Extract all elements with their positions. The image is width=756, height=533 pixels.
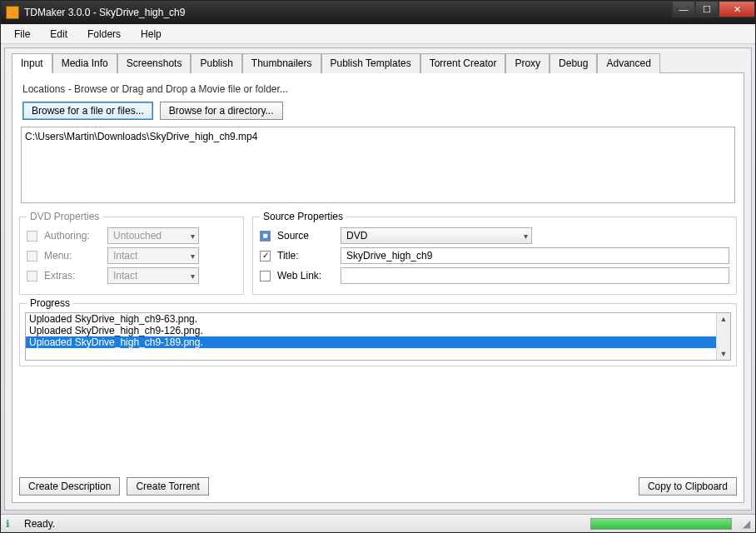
weblink-checkbox[interactable] [260, 271, 271, 281]
source-label: Source [277, 230, 334, 242]
titlebar[interactable]: TDMaker 3.0.0 - SkyDrive_high_ch9 — ☐ ✕ [1, 1, 755, 24]
app-window: TDMaker 3.0.0 - SkyDrive_high_ch9 — ☐ ✕ … [0, 0, 756, 533]
authoring-label: Authoring: [44, 230, 101, 242]
authoring-checkbox [27, 231, 37, 242]
title-input[interactable] [341, 247, 729, 264]
progress-line[interactable]: Uploaded SkyDrive_high_ch9-63.png. [26, 313, 730, 325]
extras-checkbox [27, 271, 37, 281]
properties-row: DVD Properties Authoring: Untouched Menu… [19, 210, 737, 295]
title-checkbox[interactable]: ✓ [260, 251, 271, 262]
extras-label: Extras: [44, 270, 101, 281]
close-button[interactable]: ✕ [719, 1, 755, 17]
tab-torrent-creator[interactable]: Torrent Creator [420, 53, 506, 73]
dvd-properties-group: DVD Properties Authoring: Untouched Menu… [19, 217, 244, 295]
status-info-icon: ℹ [6, 518, 17, 530]
tab-publish[interactable]: Publish [191, 53, 241, 73]
menu-help[interactable]: Help [132, 26, 170, 42]
tab-proxy[interactable]: Proxy [505, 53, 550, 73]
maximize-button[interactable]: ☐ [695, 1, 719, 17]
scroll-up-icon[interactable]: ▲ [720, 313, 728, 325]
weblink-input[interactable] [341, 267, 729, 284]
source-properties-group: Source Properties ■ Source DVD ✓ Title: … [252, 217, 737, 295]
source-legend: Source Properties [260, 211, 346, 222]
create-torrent-button[interactable]: Create Torrent [127, 477, 208, 496]
menu-checkbox [27, 251, 37, 262]
menubar: File Edit Folders Help [1, 24, 755, 44]
progress-bar [590, 518, 732, 530]
weblink-label: Web Link: [277, 270, 334, 281]
tab-screenshots[interactable]: Screenshots [117, 53, 191, 73]
tab-bar: Input Media Info Screenshots Publish Thu… [12, 53, 744, 73]
extras-select: Intact [107, 267, 199, 284]
window-buttons: — ☐ ✕ [672, 1, 755, 17]
source-select[interactable]: DVD [341, 227, 532, 244]
dvd-legend: DVD Properties [27, 211, 102, 222]
progress-line[interactable]: Uploaded SkyDrive_high_ch9-189.png. [26, 336, 730, 348]
locations-label: Locations - Browse or Drag and Drop a Mo… [22, 83, 737, 95]
status-bar: ℹ Ready. ◢ [1, 514, 755, 532]
menu-folders[interactable]: Folders [79, 26, 129, 42]
copy-to-clipboard-button[interactable]: Copy to Clipboard [639, 477, 737, 496]
window-title: TDMaker 3.0.0 - SkyDrive_high_ch9 [24, 7, 672, 18]
progress-legend: Progress [27, 297, 73, 309]
browse-row: Browse for a file or files... Browse for… [22, 102, 737, 120]
app-icon [6, 6, 19, 19]
browse-directory-button[interactable]: Browse for a directory... [160, 102, 283, 120]
scroll-down-icon[interactable]: ▼ [720, 348, 728, 360]
title-label: Title: [277, 250, 334, 262]
file-list[interactable]: C:\Users\Martin\Downloads\SkyDrive_high_… [21, 127, 735, 203]
bottom-bar: Create Description Create Torrent Copy t… [19, 469, 737, 496]
progress-group: Progress Uploaded SkyDrive_high_ch9-63.p… [19, 303, 737, 366]
progress-line[interactable]: Uploaded SkyDrive_high_ch9-126.png. [26, 325, 730, 336]
tab-thumbnailers[interactable]: Thumbnailers [242, 53, 321, 73]
tab-content: Locations - Browse or Drag and Drop a Mo… [12, 73, 744, 503]
tab-debug[interactable]: Debug [550, 53, 597, 73]
tab-input[interactable]: Input [12, 53, 52, 73]
minimize-button[interactable]: — [672, 1, 695, 17]
menu-select: Intact [107, 247, 199, 264]
source-checkbox[interactable]: ■ [260, 231, 271, 242]
client-area: Input Media Info Screenshots Publish Thu… [4, 47, 752, 511]
menu-edit[interactable]: Edit [42, 26, 76, 42]
progress-list[interactable]: Uploaded SkyDrive_high_ch9-63.png. Uploa… [25, 312, 731, 361]
resize-grip-icon[interactable]: ◢ [739, 518, 750, 530]
authoring-select: Untouched [107, 227, 199, 244]
status-text: Ready. [24, 518, 584, 530]
tab-media-info[interactable]: Media Info [52, 53, 117, 73]
menu-label: Menu: [44, 250, 101, 262]
menu-file[interactable]: File [6, 26, 38, 42]
create-description-button[interactable]: Create Description [19, 477, 120, 496]
progress-bar-fill [591, 519, 731, 529]
scrollbar[interactable]: ▲ ▼ [716, 313, 730, 360]
tab-advanced[interactable]: Advanced [597, 53, 659, 73]
browse-files-button[interactable]: Browse for a file or files... [22, 102, 153, 120]
tab-publish-templates[interactable]: Publish Templates [321, 53, 420, 73]
file-list-item[interactable]: C:\Users\Martin\Downloads\SkyDrive_high_… [25, 131, 731, 142]
